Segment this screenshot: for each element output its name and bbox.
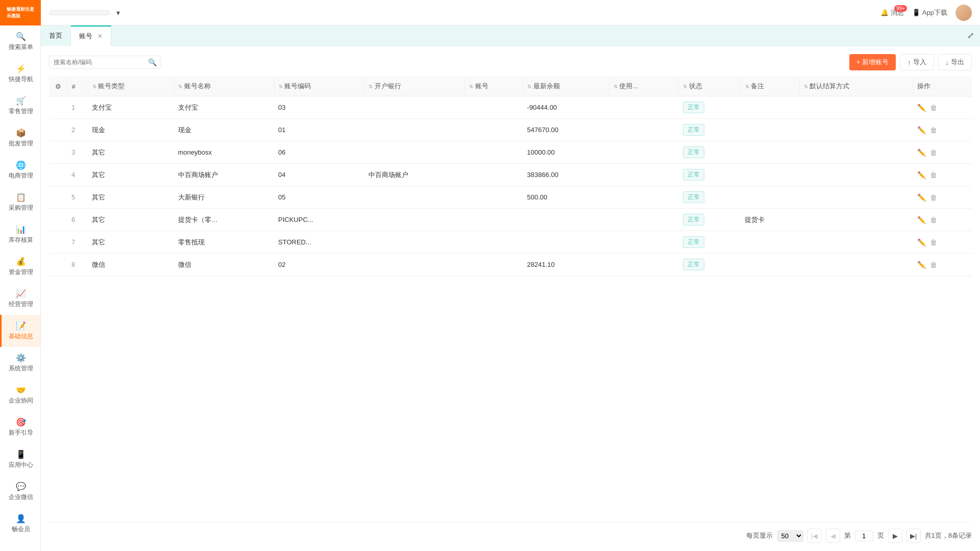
per-page-label: 每页显示 bbox=[746, 531, 773, 540]
tab-expand-button[interactable]: ⤢ bbox=[961, 31, 980, 40]
per-page-select[interactable]: 50 100 200 bbox=[777, 530, 803, 542]
delete-button-5[interactable]: 🗑 bbox=[930, 216, 937, 224]
ecommerce-icon: 🌐 bbox=[4, 160, 38, 170]
main-container: ▾ 🔔 消息 99+ 📱 App下载 首页 账号 ✕ ⤢ bbox=[41, 0, 980, 551]
search-icon: 🔍 bbox=[148, 58, 157, 66]
sidebar-item-finance-mgmt[interactable]: 💰 资金管理 bbox=[0, 251, 40, 283]
cell-settings-7 bbox=[49, 254, 67, 276]
cell-settlement-7 bbox=[799, 254, 913, 276]
logo-text-line2: 乐惠版 bbox=[7, 13, 34, 19]
delete-button-6[interactable]: 🗑 bbox=[930, 238, 937, 246]
cell-code-3: 04 bbox=[274, 164, 364, 186]
delete-button-1[interactable]: 🗑 bbox=[930, 126, 937, 134]
sidebar-item-inventory[interactable]: 📊 库存核算 bbox=[0, 218, 40, 251]
cell-num-1: 2 bbox=[67, 119, 88, 141]
delete-button-7[interactable]: 🗑 bbox=[930, 261, 937, 269]
page-suffix: 页 bbox=[877, 531, 884, 540]
col-account[interactable]: ⇅ 账号 bbox=[464, 77, 523, 96]
prev-page-button[interactable]: ◀ bbox=[826, 529, 840, 543]
edit-button-2[interactable]: ✏️ bbox=[917, 148, 926, 157]
new-account-button[interactable]: + 新增账号 bbox=[849, 54, 896, 70]
edit-button-6[interactable]: ✏️ bbox=[917, 238, 926, 246]
sidebar-item-member[interactable]: 👤 畅会员 bbox=[0, 508, 40, 540]
cell-num-7: 8 bbox=[67, 254, 88, 276]
col-status[interactable]: ⇅ 状态 bbox=[679, 77, 741, 96]
edit-button-0[interactable]: ✏️ bbox=[917, 104, 926, 112]
cell-bank-4 bbox=[364, 186, 464, 209]
col-name[interactable]: ⇅ 账号名称 bbox=[174, 77, 274, 96]
operations-icon: 📈 bbox=[4, 289, 38, 298]
sidebar-item-search-menu[interactable]: 🔍 搜索菜单 bbox=[0, 26, 40, 58]
delete-button-3[interactable]: 🗑 bbox=[930, 171, 937, 179]
tab-account-close[interactable]: ✕ bbox=[97, 33, 103, 40]
avatar[interactable] bbox=[955, 5, 972, 21]
export-button[interactable]: ↓ 导出 bbox=[938, 54, 972, 70]
sidebar-item-new-guide[interactable]: 🎯 新手引导 bbox=[0, 411, 40, 443]
sort-icon-type: ⇅ bbox=[92, 84, 96, 89]
member-icon: 👤 bbox=[4, 514, 38, 523]
cell-code-7: 02 bbox=[274, 254, 364, 276]
cell-balance-7: 28241.10 bbox=[523, 254, 609, 276]
next-page-button[interactable]: ▶ bbox=[888, 529, 902, 543]
sidebar-item-purchase-mgmt[interactable]: 📋 采购管理 bbox=[0, 186, 40, 218]
cell-code-0: 03 bbox=[274, 96, 364, 119]
sidebar-item-quick-nav[interactable]: ⚡ 快捷导航 bbox=[0, 58, 40, 90]
status-badge-3: 正常 bbox=[683, 169, 704, 181]
quick-nav-icon: ⚡ bbox=[4, 64, 38, 73]
sidebar-item-wholesale-mgmt[interactable]: 📦 批发管理 bbox=[0, 122, 40, 154]
col-remark[interactable]: ⇅ 备注 bbox=[741, 77, 799, 96]
cell-actions-7: ✏️ 🗑 bbox=[913, 254, 972, 276]
import-button[interactable]: ↑ 导入 bbox=[900, 54, 934, 70]
col-balance[interactable]: ⇅ 最新余额 bbox=[523, 77, 609, 96]
delete-button-4[interactable]: 🗑 bbox=[930, 193, 937, 202]
sidebar-item-retail-mgmt[interactable]: 🛒 零售管理 bbox=[0, 90, 40, 122]
cell-usage-3 bbox=[609, 164, 679, 186]
cell-settlement-3 bbox=[799, 164, 913, 186]
edit-button-4[interactable]: ✏️ bbox=[917, 193, 926, 202]
cell-settlement-1 bbox=[799, 119, 913, 141]
cell-balance-1: 547670.00 bbox=[523, 119, 609, 141]
sidebar-item-basic-info[interactable]: 📝 基础信息 bbox=[0, 315, 40, 347]
cell-usage-4 bbox=[609, 186, 679, 209]
col-settings[interactable]: ⚙ bbox=[49, 77, 67, 96]
app-download-button[interactable]: 📱 App下载 bbox=[912, 8, 947, 17]
edit-button-3[interactable]: ✏️ bbox=[917, 171, 926, 179]
sort-icon-account: ⇅ bbox=[469, 84, 473, 89]
sidebar-item-enterprise-agreement[interactable]: 🤝 企业协同 bbox=[0, 379, 40, 411]
last-page-button[interactable]: ▶| bbox=[906, 529, 921, 543]
cell-account-2 bbox=[464, 141, 523, 164]
page-input[interactable] bbox=[855, 531, 873, 541]
tab-home[interactable]: 首页 bbox=[41, 26, 71, 46]
cell-usage-6 bbox=[609, 231, 679, 254]
tab-account[interactable]: 账号 ✕ bbox=[71, 26, 111, 46]
edit-button-7[interactable]: ✏️ bbox=[917, 261, 926, 269]
sidebar-item-system-mgmt[interactable]: ⚙️ 系统管理 bbox=[0, 347, 40, 379]
message-button[interactable]: 🔔 消息 99+ bbox=[880, 8, 904, 17]
cell-settings-5 bbox=[49, 209, 67, 231]
col-usage[interactable]: ⇅ 使用... bbox=[609, 77, 679, 96]
cell-balance-5 bbox=[523, 209, 609, 231]
col-type[interactable]: ⇅ 账号类型 bbox=[88, 77, 174, 96]
first-page-button[interactable]: |◀ bbox=[807, 529, 822, 543]
purchase-icon: 📋 bbox=[4, 192, 38, 202]
cell-remark-5: 提货卡 bbox=[741, 209, 799, 231]
edit-button-1[interactable]: ✏️ bbox=[917, 126, 926, 134]
cell-bank-3: 中百商场账户 bbox=[364, 164, 464, 186]
top-search-box[interactable] bbox=[49, 10, 110, 15]
cell-settings-2 bbox=[49, 141, 67, 164]
col-default-settlement[interactable]: ⇅ 默认结算方式 bbox=[799, 77, 913, 96]
delete-button-0[interactable]: 🗑 bbox=[930, 104, 937, 112]
cell-name-7: 微信 bbox=[174, 254, 274, 276]
delete-button-2[interactable]: 🗑 bbox=[930, 148, 937, 157]
finance-icon: 💰 bbox=[4, 257, 38, 266]
edit-button-5[interactable]: ✏️ bbox=[917, 216, 926, 224]
cell-status-0: 正常 bbox=[679, 96, 741, 119]
col-bank[interactable]: ⇅ 开户银行 bbox=[364, 77, 464, 96]
sidebar-item-operations-mgmt[interactable]: 📈 经营管理 bbox=[0, 283, 40, 315]
header-dropdown-button[interactable]: ▾ bbox=[116, 9, 120, 17]
col-code[interactable]: ⇅ 账号编码 bbox=[274, 77, 364, 96]
sidebar-item-enterprise-wechat[interactable]: 💬 企业微信 bbox=[0, 475, 40, 508]
search-input[interactable] bbox=[54, 59, 148, 66]
sidebar-item-ecommerce-mgmt[interactable]: 🌐 电商管理 bbox=[0, 154, 40, 186]
sidebar-item-app-center[interactable]: 📱 应用中心 bbox=[0, 443, 40, 475]
